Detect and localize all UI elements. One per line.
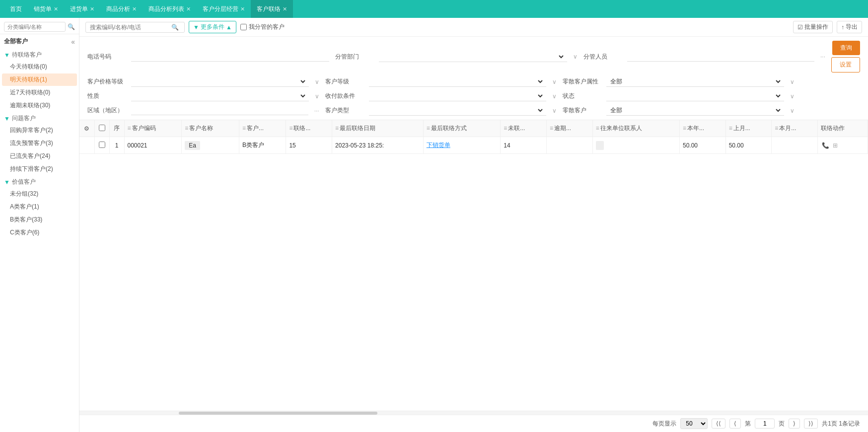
filter-select-retail-attr[interactable]: 全部 [608, 77, 782, 85]
bottom-bar: 每页显示 50 100 ⟨⟨ ⟨ 第 页 ⟩ ⟩⟩ 共1页 1条记录 [79, 415, 868, 432]
col-uncontacted[interactable]: ≡未联... [501, 120, 547, 137]
col-company-contact[interactable]: ≡往来单位联系人 [592, 120, 679, 137]
collapse-icon[interactable]: « [71, 38, 75, 46]
col-category[interactable]: ≡客户... [239, 120, 286, 137]
filter-select-payment[interactable] [371, 92, 545, 100]
batch-operation-button[interactable]: ☑ 批量操作 [793, 21, 833, 33]
sidebar-item-ungrouped[interactable]: 未分组(32) [2, 188, 77, 200]
filter-input-region[interactable] [131, 106, 308, 115]
col-last-contact-date[interactable]: ≡最后联络日期 [332, 120, 424, 137]
filter-select-level[interactable] [371, 77, 545, 85]
nav-product-analysis[interactable]: 商品分析 ✕ [100, 0, 143, 18]
query-button[interactable]: 查询 [832, 41, 860, 55]
last-page-button[interactable]: ⟩⟩ [804, 419, 818, 429]
filter-input-person[interactable] [627, 52, 814, 62]
col-customer-code[interactable]: ≡客户编码 [124, 120, 182, 137]
search-icon[interactable]: 🔍 [171, 24, 179, 31]
filter-select-price[interactable] [133, 77, 307, 85]
chevron-down-icon[interactable]: ∨ [790, 78, 795, 85]
filter-row-3: 性质 ∨ 收付款条件 ∨ 状态 [87, 91, 860, 101]
export-button[interactable]: ↑ 导出 [837, 21, 862, 33]
close-icon[interactable]: ✕ [132, 6, 137, 12]
col-last-month[interactable]: ≡上月... [725, 120, 772, 137]
first-page-button[interactable]: ⟨⟨ [712, 419, 725, 429]
col-last-contact-method[interactable]: ≡最后联络方式 [423, 120, 501, 137]
chevron-down-icon[interactable]: ∨ [790, 93, 795, 100]
filter-select-retail-attr-wrap: 全部 [606, 76, 784, 87]
row-select-checkbox[interactable] [99, 142, 105, 148]
sidebar-item-7days[interactable]: 近7天待联络(0) [2, 86, 77, 99]
col-this-year[interactable]: ≡本年... [680, 120, 726, 137]
filter-input-phone[interactable] [131, 52, 329, 62]
sidebar-item-class-c[interactable]: C类客户(6) [2, 226, 77, 239]
chevron-down-icon[interactable]: ∨ [552, 93, 557, 100]
sidebar-item-abnormal[interactable]: 回购异常客户(2) [2, 124, 77, 137]
search-input[interactable] [90, 24, 169, 31]
nav-sales-order[interactable]: 销货单 ✕ [28, 0, 64, 18]
row-last-month: 50.00 [725, 137, 772, 154]
col-checkbox[interactable] [94, 120, 109, 137]
next-page-button[interactable]: ⟩ [789, 419, 800, 429]
close-icon[interactable]: ✕ [186, 6, 191, 12]
page-size-select[interactable]: 50 100 [680, 418, 708, 429]
col-overdue[interactable]: ≡逾期... [546, 120, 592, 137]
nav-product-analysis-list[interactable]: 商品分析列表 ✕ [143, 0, 197, 18]
sidebar-group-problem: ▼ 问题客户 [0, 112, 79, 124]
sidebar-all-customers[interactable]: 全部客户 « [0, 34, 79, 49]
phone-icon[interactable]: 📞 [822, 142, 829, 149]
ellipsis-icon[interactable]: ··· [820, 53, 825, 60]
filter-select-dept[interactable] [381, 53, 565, 61]
chevron-down-icon[interactable]: ∨ [315, 78, 319, 85]
row-checkbox[interactable] [94, 137, 109, 154]
set-button[interactable]: 设置 [831, 57, 860, 72]
chevron-down-icon[interactable]: ∨ [790, 107, 795, 114]
sidebar-item-class-b[interactable]: B类客户(33) [2, 214, 77, 226]
search-icon[interactable]: 🔍 [68, 23, 75, 30]
col-contact-count[interactable]: ≡联络... [286, 120, 332, 137]
chevron-down-icon[interactable]: ∨ [573, 53, 578, 60]
grid-icon[interactable]: ⊞ [833, 142, 838, 149]
customer-table: ⚙ 序 ≡客户编码 ≡客户名称 ≡客户... ≡联络.. [79, 120, 868, 154]
chevron-down-icon[interactable]: ∨ [315, 93, 319, 100]
filter-button[interactable]: ▼ 更多条件 ▲ [189, 21, 236, 33]
filter-label-customer-level: 客户等级 [325, 77, 365, 86]
sidebar-item-churned[interactable]: 已流失客户(24) [2, 150, 77, 162]
close-icon[interactable]: ✕ [90, 6, 94, 12]
close-icon[interactable]: ✕ [54, 6, 58, 12]
sidebar-item-declining[interactable]: 持续下滑客户(2) [2, 163, 77, 175]
filter-phone: 电话号码 [87, 52, 329, 62]
page-number-input[interactable] [755, 419, 775, 429]
col-settings[interactable]: ⚙ [79, 120, 94, 137]
nav-purchase-order[interactable]: 进货单 ✕ [64, 0, 100, 18]
select-all-checkbox[interactable] [99, 125, 105, 131]
filter-icon: ▼ [193, 24, 199, 31]
filter-select-nature[interactable] [133, 92, 307, 100]
sidebar-item-overdue[interactable]: 逾期未联络(30) [2, 99, 77, 112]
row-last-contact-method[interactable]: 下销货单 [423, 137, 501, 154]
sidebar-item-tomorrow[interactable]: 明天待联络(1) [2, 73, 77, 86]
chevron-down-icon[interactable]: ∨ [552, 107, 557, 114]
close-icon[interactable]: ✕ [283, 6, 287, 12]
horizontal-scrollbar[interactable] [79, 411, 868, 415]
sidebar-item-today[interactable]: 今天待联络(0) [2, 61, 77, 73]
sidebar-search-input[interactable] [4, 22, 66, 32]
filter-select-retail[interactable]: 全部 [608, 106, 782, 114]
col-customer-name[interactable]: ≡客户名称 [182, 120, 239, 137]
sidebar-item-churn-warning[interactable]: 流失预警客户(3) [2, 137, 77, 149]
close-icon[interactable]: ✕ [240, 6, 245, 12]
nav-customer-contact[interactable]: 客户联络 ✕ [251, 0, 293, 18]
chevron-down-icon[interactable]: ∨ [552, 78, 557, 85]
nav-home[interactable]: 首页 [4, 0, 28, 18]
scrollbar-thumb[interactable] [179, 412, 377, 415]
sidebar-item-class-a[interactable]: A类客户(1) [2, 201, 77, 213]
filter-select-status[interactable] [608, 92, 782, 100]
prev-page-button[interactable]: ⟨ [729, 419, 741, 429]
my-customer-checkbox[interactable] [240, 24, 247, 30]
my-customer-checkbox-wrap[interactable]: 我分管的客户 [240, 23, 285, 31]
page-label: 第 [745, 420, 751, 428]
col-num: 序 [109, 120, 124, 137]
ellipsis-icon[interactable]: ··· [314, 107, 319, 114]
col-this-month[interactable]: ≡本月... [772, 120, 818, 137]
nav-customer-tier[interactable]: 客户分层经营 ✕ [197, 0, 251, 18]
filter-select-type[interactable] [371, 106, 545, 114]
